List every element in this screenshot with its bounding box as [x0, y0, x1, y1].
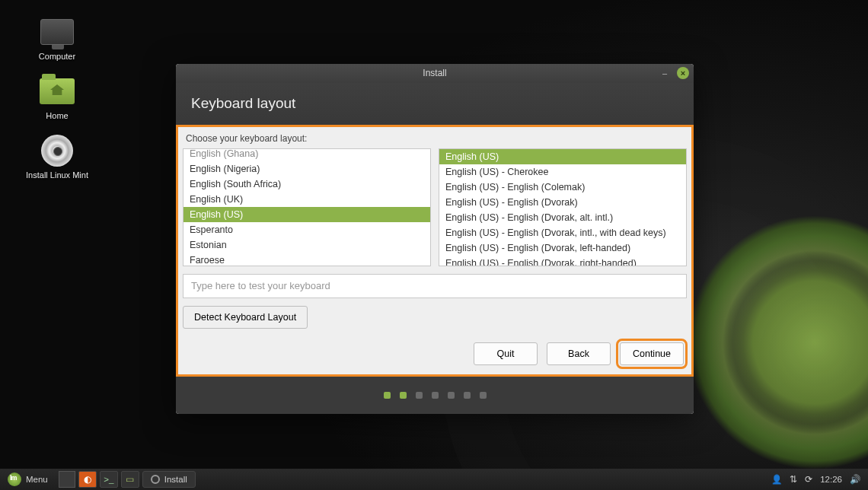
list-item[interactable]: English (US) - English (Dvorak, left-han… [439, 240, 686, 256]
list-item[interactable]: English (US) [183, 207, 430, 222]
task-label: Install [164, 475, 187, 484]
updates-icon[interactable]: ⟳ [805, 474, 812, 485]
network-icon[interactable]: ⇅ [790, 474, 797, 485]
list-item[interactable]: English (US) [439, 149, 686, 164]
taskbar: Menu ◐ >_ ▭ Install 👤 ⇅ ⟳ 12:26 🔊 [0, 469, 868, 490]
list-item[interactable]: English (US) - English (Dvorak, alt. int… [439, 210, 686, 225]
pager-dots [176, 377, 694, 414]
list-item[interactable]: Esperanto [183, 222, 430, 237]
list-item[interactable]: English (US) - Cherokee [439, 164, 686, 180]
hint-label: Choose your keyboard layout: [183, 130, 687, 148]
monitor-icon [37, 15, 77, 49]
desktop-icon-label: Computer [39, 52, 75, 61]
desktop-icon-label: Install Linux Mint [26, 170, 88, 180]
list-item[interactable]: English (South Africa) [183, 177, 430, 192]
list-item[interactable]: Faroese [183, 253, 430, 266]
menu-label: Menu [26, 475, 48, 484]
pager-dot[interactable] [384, 392, 391, 399]
taskbar-app-terminal[interactable]: >_ [100, 471, 118, 488]
keyboard-test-input[interactable] [183, 274, 687, 298]
list-item[interactable]: English (US) - English (Dvorak, right-ha… [439, 256, 686, 266]
content-area: Choose your keyboard layout: English (Gh… [176, 125, 694, 335]
show-desktop-button[interactable] [59, 471, 75, 488]
back-button[interactable]: Back [547, 342, 611, 365]
close-icon[interactable]: × [677, 67, 689, 79]
minimize-icon[interactable]: – [659, 67, 671, 79]
keyboard-language-list[interactable]: English (Ghana)English (Nigeria)English … [183, 148, 431, 266]
desktop-icons: Computer Home Install Linux Mint [23, 15, 91, 180]
detect-layout-button[interactable]: Detect Keyboard Layout [183, 306, 308, 329]
heading-text: Keyboard layout [191, 95, 295, 112]
pager-dot[interactable] [432, 392, 439, 399]
pager-dot[interactable] [400, 392, 407, 399]
taskbar-app-firefox[interactable]: ◐ [78, 471, 97, 488]
list-item[interactable]: English (US) - English (Dvorak) [439, 195, 686, 210]
system-tray: 👤 ⇅ ⟳ 12:26 🔊 [764, 474, 868, 485]
menu-button[interactable]: Menu [0, 469, 56, 490]
taskbar-app-files[interactable]: ▭ [121, 471, 139, 488]
desktop-icon-label: Home [46, 111, 68, 120]
quit-button[interactable]: Quit [474, 342, 538, 365]
list-item[interactable]: English (UK) [183, 192, 430, 207]
pager-dot[interactable] [416, 392, 423, 399]
titlebar[interactable]: Install – × [176, 64, 694, 83]
page-heading: Keyboard layout [176, 83, 694, 125]
taskbar-task-install[interactable]: Install [142, 471, 196, 488]
list-item[interactable]: English (Nigeria) [183, 161, 430, 177]
list-item[interactable]: Estonian [183, 237, 430, 253]
folder-home-icon [37, 75, 77, 108]
user-icon[interactable]: 👤 [771, 474, 782, 485]
desktop-icon-computer[interactable]: Computer [23, 15, 91, 61]
disc-icon [37, 134, 77, 167]
window-title: Install [423, 68, 446, 78]
clock[interactable]: 12:26 [820, 475, 842, 484]
pager-dot[interactable] [480, 392, 487, 399]
continue-button[interactable]: Continue [620, 342, 684, 365]
mint-logo-icon [8, 473, 21, 486]
desktop-icon-home[interactable]: Home [23, 75, 91, 120]
pager-dot[interactable] [448, 392, 455, 399]
list-item[interactable]: English (Ghana) [183, 148, 430, 161]
keyboard-variant-list[interactable]: English (US)English (US) - CherokeeEngli… [439, 148, 687, 266]
install-task-icon [151, 475, 160, 484]
button-bar: Quit Back Continue [176, 335, 694, 377]
list-item[interactable]: English (US) - English (Dvorak, intl., w… [439, 225, 686, 240]
volume-icon[interactable]: 🔊 [850, 474, 860, 485]
installer-window: Install – × Keyboard layout Choose your … [176, 64, 694, 414]
list-item[interactable]: English (US) - English (Colemak) [439, 180, 686, 195]
desktop-icon-install-mint[interactable]: Install Linux Mint [23, 134, 91, 180]
pager-dot[interactable] [464, 392, 471, 399]
